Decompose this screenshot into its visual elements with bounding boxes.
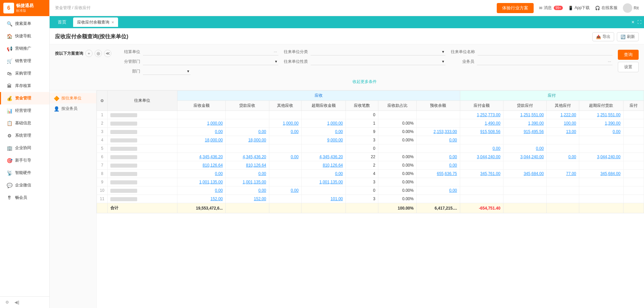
page-title: 应收应付余额查询(按往来单位) — [55, 33, 128, 40]
cell-yf — [623, 128, 644, 136]
cell-yf — [623, 111, 644, 119]
tab-home[interactable]: 首页 — [52, 16, 72, 28]
cell-dkys — [226, 111, 269, 119]
sidebar-item-fund[interactable]: 💰 资金管理 — [0, 92, 49, 104]
cell-ysk: 0.00 — [177, 186, 225, 195]
cell-ysk: 0.00 — [177, 128, 225, 136]
th-yfje: 应付金额 — [460, 101, 503, 111]
sidebar-item-base[interactable]: 📋 基础信息 — [0, 117, 49, 129]
sidebar-item-business[interactable]: 📊 经营管理 — [0, 104, 49, 117]
sidebar-item-marketing[interactable]: 📢 营销推广 — [0, 42, 49, 55]
user-avatar[interactable]: Rit — [623, 3, 639, 13]
scheme-item-by-salesman[interactable]: 👤 按业务员 — [50, 103, 96, 114]
setting-button[interactable]: 设置 — [618, 62, 639, 72]
cell-yfje: 345,761.00 — [460, 170, 503, 178]
page-header-actions: 📤 导出 🔄 刷新 — [592, 32, 639, 41]
cell-ysye: 0.00 — [417, 186, 460, 195]
search-field-unitname: 往来单位名称 — [451, 48, 612, 55]
header-breadcrumb: 资金管理 / 应收应付 — [55, 5, 493, 11]
add-scheme-icon[interactable]: ＋ — [85, 50, 93, 57]
footer-cqyf — [579, 203, 623, 213]
cell-index: 6 — [97, 153, 108, 161]
table-settings-icon[interactable]: ⚙ — [100, 98, 104, 103]
cell-cqyf: 3,044,240.00 — [579, 153, 623, 161]
cell-dkys: 810,126.64 — [226, 161, 269, 170]
cell-company — [108, 170, 177, 178]
cell-dkyf: 1,251,551.00 — [503, 111, 546, 119]
cell-qtyf — [547, 186, 579, 195]
sidebar-item-system[interactable]: ⚙ 系统管理 — [0, 129, 49, 142]
cell-yskzb — [378, 144, 416, 153]
logo-icon: 6 — [3, 3, 14, 13]
cell-ysk: 152.00 — [177, 195, 225, 203]
cell-ysye — [417, 178, 460, 186]
query-button[interactable]: 查询 — [618, 50, 639, 60]
scheme-item-by-unit[interactable]: 🔶 按往来单位 — [50, 93, 96, 103]
cell-dkyf — [503, 161, 546, 170]
tab-bar: 首页 应收应付余额查询 ✕ ✕ ⛶ — [50, 16, 644, 28]
sidebar-settings-icon[interactable]: ⚙ — [5, 300, 9, 305]
th-yf: 应付 — [623, 101, 644, 111]
tab-maximize-icon[interactable]: ⛶ — [637, 20, 641, 25]
refresh-icon: 🔄 — [621, 35, 626, 39]
cell-ysbs: 3 — [346, 178, 378, 186]
cell-cqyf — [579, 161, 623, 170]
sidebar-item-member[interactable]: 🎖 畅会员 — [0, 191, 49, 204]
category-select[interactable]: ▾ — [311, 48, 445, 55]
th-company: 往来单位 — [108, 91, 177, 111]
sidebar-item-hardware[interactable]: 📡 智能硬件 — [0, 167, 49, 179]
cell-company — [108, 119, 177, 128]
collapse-conditions-btn[interactable]: 收起更多条件 — [353, 78, 377, 86]
table-row: 91,001,135.001,001,135.001,001,135.0030.… — [97, 178, 644, 186]
collapse-scheme-icon[interactable]: ≪ — [104, 50, 111, 57]
trial-button[interactable]: 体验行业方案 — [497, 3, 534, 13]
cell-cqyf — [579, 178, 623, 186]
search-field-salesman: 业务员 ··· — [451, 58, 612, 65]
sidebar-collapse-icon[interactable]: ◀‖ — [14, 300, 19, 305]
settings-scheme-icon[interactable]: ◎ — [95, 50, 102, 57]
export-button[interactable]: 📤 导出 — [592, 32, 614, 41]
message-button[interactable]: ✉ 消息 99+ — [539, 5, 563, 11]
online-service-button[interactable]: 🎧 在线客服 — [595, 5, 618, 11]
cell-yskzb: 0.00% — [378, 153, 416, 161]
app-download-button[interactable]: 📱 App下载 — [568, 5, 590, 11]
cell-cqys: 810,126.64 — [302, 161, 346, 170]
sidebar-item-inventory[interactable]: 🏛 库存核算 — [0, 80, 49, 92]
sidebar-item-guide[interactable]: 🎯 新手引导 — [0, 154, 49, 167]
cell-qtys: 0.00 — [269, 128, 302, 136]
page-header: 应收应付余额查询(按往来单位) 📤 导出 🔄 刷新 — [50, 28, 644, 44]
sidebar-item-quick[interactable]: 🏠 快捷导航 — [0, 30, 49, 42]
cell-yfje — [460, 136, 503, 144]
salesman-dots-icon[interactable]: ··· — [608, 59, 611, 64]
sidebar-item-sales[interactable]: 🛒 销售管理 — [0, 55, 49, 67]
settlement-dots-icon[interactable]: ··· — [274, 49, 277, 54]
nature-select[interactable]: ▾ — [311, 58, 445, 65]
cell-ysk — [177, 111, 225, 119]
sidebar-item-enterprise[interactable]: 🏢 企业协同 — [0, 142, 49, 154]
business-icon: 📊 — [6, 108, 12, 114]
table-row: 64,345,436.204,345,436.200.004,345,436.2… — [97, 153, 644, 161]
cell-qtyf: 77.00 — [547, 170, 579, 178]
th-settings[interactable]: ⚙ — [97, 91, 108, 111]
sidebar-item-wechat[interactable]: 💬 企业微信 — [0, 179, 49, 191]
tab-close-icon[interactable]: ✕ — [111, 20, 114, 24]
cell-cqyf — [579, 195, 623, 203]
cell-cqyf — [579, 186, 623, 195]
sidebar-item-purchase[interactable]: 🛍 采购管理 — [0, 67, 49, 80]
cell-yfje: 3,044,240.00 — [460, 153, 503, 161]
tab-close-window-icon[interactable]: ✕ — [631, 20, 635, 25]
refresh-button[interactable]: 🔄 刷新 — [617, 32, 639, 41]
footer-yfje: -654,751.40 — [460, 203, 503, 213]
cell-yf — [623, 136, 644, 144]
data-table: ⚙ 往来单位 应收 应付 应收金额 贷款应收 其他应收 超期应收金额 应收笔数 — [97, 90, 644, 213]
unitname-input[interactable] — [478, 48, 612, 55]
cell-ysbs: 4 — [346, 170, 378, 178]
cell-company — [108, 144, 177, 153]
section-select[interactable]: ▾ — [143, 68, 191, 75]
tab-query[interactable]: 应收应付余额查询 ✕ — [73, 17, 118, 27]
sidebar-item-search[interactable]: 🔍 搜索菜单 — [0, 17, 49, 30]
cell-ysye: 0.00 — [417, 153, 460, 161]
cell-ysye: 2,153,333.00 — [417, 128, 460, 136]
purchase-icon: 🛍 — [6, 71, 12, 76]
dept-select[interactable]: ▾ — [143, 58, 278, 65]
